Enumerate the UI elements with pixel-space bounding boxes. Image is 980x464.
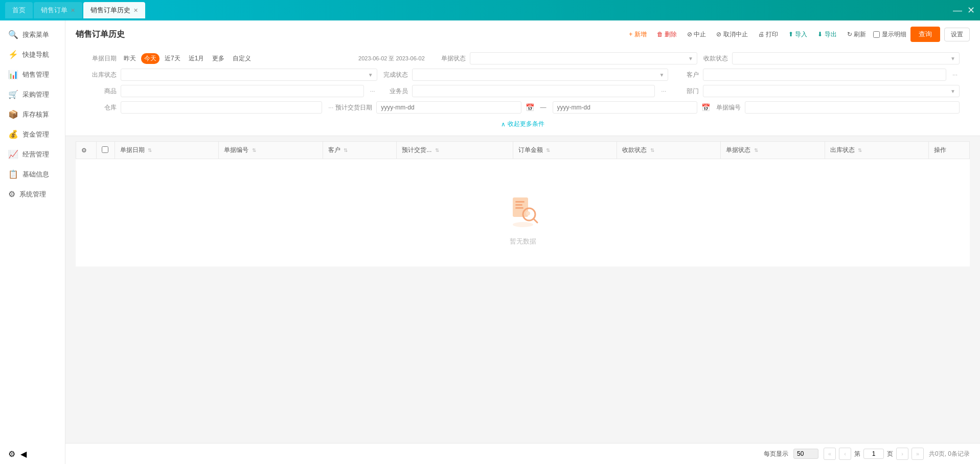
print-button[interactable]: 🖨 打印 xyxy=(755,28,781,41)
sidebar-item-purchase[interactable]: 🛒 采购管理 xyxy=(0,84,65,104)
date-today[interactable]: 今天 xyxy=(141,53,159,64)
th-customer-sort-icon[interactable]: ⇅ xyxy=(344,147,348,153)
th-operations: 操作 xyxy=(929,142,970,159)
topbar-close-icon[interactable]: ✕ xyxy=(967,5,975,16)
th-out-status-sort-icon[interactable]: ⇅ xyxy=(858,147,862,153)
topbar-minus-icon[interactable]: — xyxy=(953,5,962,16)
svg-rect-4 xyxy=(515,207,523,209)
first-page-button[interactable]: « xyxy=(824,448,836,460)
add-button[interactable]: + 新增 xyxy=(626,28,649,41)
filter-item-outstock: 出库状态 ▼ xyxy=(86,69,377,81)
display-cols-toggle[interactable]: 显示明细 xyxy=(873,30,906,39)
th-settings[interactable]: ⚙ xyxy=(76,142,97,159)
last-page-button[interactable]: » xyxy=(911,448,924,460)
payment-select[interactable] xyxy=(732,52,960,64)
date-more[interactable]: 更多 xyxy=(209,53,227,64)
warehouse-input[interactable] xyxy=(121,101,322,114)
dept-select[interactable] xyxy=(703,85,960,97)
filter-item-status: 单据状态 ▼ xyxy=(435,52,697,64)
expected-date-end-input[interactable] xyxy=(553,101,697,114)
complete-select-wrap: ▼ xyxy=(412,69,669,81)
sidebar-item-inventory[interactable]: 📦 库存核算 xyxy=(0,104,65,124)
sidebar-item-system[interactable]: ⚙ 系统管理 xyxy=(0,184,65,204)
sidebar-item-basic[interactable]: 📋 基础信息 xyxy=(0,164,65,184)
status-select[interactable] xyxy=(470,52,697,64)
pagination: « ‹ 第 页 › » xyxy=(824,448,924,460)
date-1month[interactable]: 近1月 xyxy=(186,53,208,64)
th-order-no-sort-icon[interactable]: ⇅ xyxy=(252,147,256,153)
sidebar-item-operation[interactable]: 📈 经营管理 xyxy=(0,144,65,164)
th-order-no-label: 单据编号 xyxy=(224,146,248,153)
system-icon: ⚙ xyxy=(8,189,15,199)
next-page-button[interactable]: › xyxy=(896,448,908,460)
expected-date-label: 预计交货日期 xyxy=(335,103,372,112)
th-expected-delivery-sort-icon[interactable]: ⇅ xyxy=(435,147,439,153)
tab-home[interactable]: 首页 xyxy=(5,2,33,18)
sidebar-collapse-icon[interactable]: ◀ xyxy=(20,449,27,459)
inventory-icon: 📦 xyxy=(8,109,18,119)
customer-input[interactable] xyxy=(703,69,946,81)
page-size-select[interactable]: 20 50 100 xyxy=(793,449,818,459)
import-button[interactable]: ⬆ 导入 xyxy=(785,28,810,41)
empty-row: 暂无数据 xyxy=(76,159,970,267)
prev-page-button[interactable]: ‹ xyxy=(839,448,851,460)
query-button[interactable]: 查询 xyxy=(910,27,940,42)
product-input[interactable] xyxy=(121,85,364,97)
customer-ellipsis[interactable]: ··· xyxy=(950,71,960,78)
sidebar-item-finance[interactable]: 💰 资金管理 xyxy=(0,124,65,144)
date-yesterday[interactable]: 昨天 xyxy=(121,53,139,64)
setting-button[interactable]: 设置 xyxy=(944,28,970,41)
collapse-up-icon: ∧ xyxy=(501,121,506,128)
sidebar-item-quicknav[interactable]: ⚡ 快捷导航 xyxy=(0,45,65,64)
tab-sales-order-history[interactable]: 销售订单历史 ✕ xyxy=(83,2,145,18)
sidebar-item-sales[interactable]: 📊 销售管理 xyxy=(0,64,65,84)
expected-date-start-calendar-icon[interactable]: 📅 xyxy=(526,103,534,112)
tab-sales-order-close[interactable]: ✕ xyxy=(71,7,75,14)
tab-sales-order-label: 销售订单 xyxy=(41,6,67,15)
expected-date-end-calendar-icon[interactable]: 📅 xyxy=(701,103,710,112)
display-cols-checkbox[interactable] xyxy=(873,31,880,38)
tab-sales-order[interactable]: 销售订单 ✕ xyxy=(34,2,82,18)
outstock-select[interactable] xyxy=(121,69,377,81)
collapse-bar[interactable]: ∧ 收起更多条件 xyxy=(86,118,960,130)
page-header: 销售订单历史 + 新增 🗑 删除 ⊘ 中止 ⊘ 取消中止 🖨 打印 ⬆ 导入 ⬇… xyxy=(65,20,980,136)
th-checkbox[interactable] xyxy=(97,142,115,159)
sidebar: 🔍 搜索菜单 ⚡ 快捷导航 📊 销售管理 🛒 采购管理 📦 库存核算 💰 资金管… xyxy=(0,20,65,464)
complete-select[interactable] xyxy=(412,69,669,81)
salesman-input[interactable] xyxy=(412,85,655,97)
sidebar-settings-icon[interactable]: ⚙ xyxy=(8,449,15,459)
th-payment-status-sort-icon[interactable]: ⇅ xyxy=(650,147,654,153)
th-doc-status-label: 单据状态 xyxy=(726,146,750,153)
expected-date-start-input[interactable] xyxy=(376,101,521,114)
footer: 每页显示 20 50 100 « ‹ 第 页 › » 共0页, 0条记录 xyxy=(65,443,980,464)
payment-label: 收款状态 xyxy=(697,54,728,63)
th-amount-sort-icon[interactable]: ⇅ xyxy=(546,147,550,153)
cancel-stop-button[interactable]: ⊘ 取消中止 xyxy=(713,28,750,41)
sidebar-item-inventory-label: 库存核算 xyxy=(22,110,49,119)
refresh-button[interactable]: ↻ 刷新 xyxy=(844,28,869,41)
th-payment-status: 收款状态 ⇅ xyxy=(617,142,721,159)
topbar-right: — ✕ xyxy=(953,5,975,16)
salesman-ellipsis[interactable]: ··· xyxy=(659,87,668,95)
dept-label: 部门 xyxy=(668,87,699,96)
warehouse-ellipsis[interactable]: ··· xyxy=(326,104,335,111)
stop-button[interactable]: ⊘ 中止 xyxy=(684,28,709,41)
tab-sales-order-history-close[interactable]: ✕ xyxy=(133,7,138,14)
date-custom[interactable]: 自定义 xyxy=(230,53,254,64)
date-7days[interactable]: 近7天 xyxy=(162,53,184,64)
sidebar-item-search[interactable]: 🔍 搜索菜单 xyxy=(0,25,65,45)
export-button[interactable]: ⬇ 导出 xyxy=(814,28,839,41)
order-no-input[interactable] xyxy=(745,101,960,114)
th-doc-status-sort-icon[interactable]: ⇅ xyxy=(754,147,758,153)
page-size-label: 每页显示 xyxy=(764,450,788,458)
filter-item-complete: 完成状态 ▼ xyxy=(377,69,669,81)
delete-button[interactable]: 🗑 删除 xyxy=(654,28,680,41)
th-date-sort-icon[interactable]: ⇅ xyxy=(148,147,152,153)
page-number-input[interactable] xyxy=(863,449,884,459)
product-ellipsis[interactable]: ··· xyxy=(368,87,377,95)
select-all-checkbox[interactable] xyxy=(102,146,108,153)
sidebar-item-search-label: 搜索菜单 xyxy=(22,30,49,39)
th-date: 单据日期 ⇅ xyxy=(115,142,219,159)
sidebar-item-operation-label: 经营管理 xyxy=(22,150,49,159)
empty-state: 暂无数据 xyxy=(76,159,970,267)
